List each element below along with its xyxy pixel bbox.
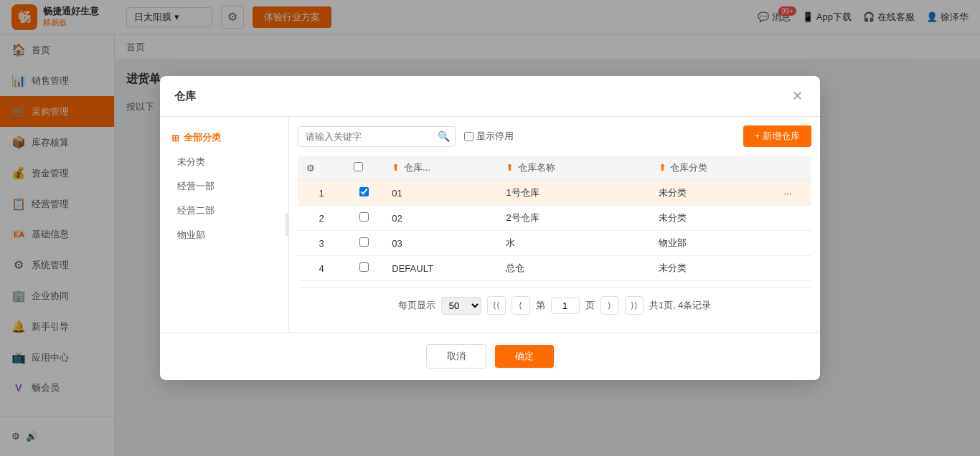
first-page-button[interactable]: ⟨⟨ bbox=[487, 296, 506, 315]
last-page-button[interactable]: ⟩⟩ bbox=[625, 296, 644, 315]
table-row[interactable]: 4 DEFAULT 总仓 未分类 bbox=[298, 256, 811, 281]
next-page-button[interactable]: ⟩ bbox=[600, 296, 619, 315]
dialog-close-button[interactable]: ✕ bbox=[788, 87, 806, 105]
settings-col-icon: ⚙ bbox=[306, 163, 315, 174]
row-code-1: 01 bbox=[383, 181, 497, 206]
category-item-unclassified[interactable]: 未分类 bbox=[160, 150, 288, 174]
per-page-label: 每页显示 bbox=[398, 299, 435, 312]
dialog-body: ⊞ 全部分类 《 未分类 经营一部 经营二部 物业部 bbox=[160, 117, 820, 332]
add-warehouse-button[interactable]: + 新增仓库 bbox=[743, 125, 811, 147]
row-more-4[interactable] bbox=[764, 256, 811, 281]
dialog-title: 仓库 bbox=[174, 90, 196, 103]
grid-icon: ⊞ bbox=[171, 133, 179, 143]
row-cat-2: 未分类 bbox=[650, 206, 764, 231]
sort-icon: ⬆ bbox=[392, 162, 400, 173]
row-check-4[interactable] bbox=[345, 256, 383, 281]
row-check-1[interactable] bbox=[345, 181, 383, 206]
row-check-3[interactable] bbox=[345, 231, 383, 256]
row-no-2: 2 bbox=[298, 206, 345, 231]
col-header-more bbox=[764, 156, 811, 181]
prev-page-button[interactable]: ⟨ bbox=[512, 296, 530, 315]
row-code-3: 03 bbox=[383, 231, 497, 256]
row-name-2: 2号仓库 bbox=[497, 206, 649, 231]
category-item-dept1[interactable]: 经营一部 bbox=[160, 174, 288, 199]
table-body: 1 01 1号仓库 未分类 ··· 2 bbox=[298, 181, 811, 281]
table-header: ⚙ ⬆ 仓库... ⬆ bbox=[298, 156, 811, 181]
pagination: 每页显示 50 20 100 ⟨⟨ ⟨ 第 页 ⟩ ⟩⟩ 共1页, 4条记录 bbox=[298, 287, 811, 323]
search-icon[interactable]: 🔍 bbox=[438, 130, 450, 142]
dialog-footer: 取消 确定 bbox=[160, 332, 820, 380]
row-no-3: 3 bbox=[298, 231, 345, 256]
col-header-settings: ⚙ bbox=[298, 156, 345, 181]
category-all-label: 全部分类 bbox=[184, 131, 221, 144]
warehouse-dialog: 仓库 ✕ ⊞ 全部分类 《 未分类 经营一部 经营二部 bbox=[160, 76, 820, 380]
sort-icon2: ⬆ bbox=[506, 162, 514, 173]
category-item-dept2[interactable]: 经营二部 bbox=[160, 199, 288, 223]
row-more-3[interactable] bbox=[764, 231, 811, 256]
row-more-2[interactable] bbox=[764, 206, 811, 231]
page-label: 第 bbox=[536, 299, 545, 312]
search-input[interactable] bbox=[298, 126, 456, 147]
warehouse-table: ⚙ ⬆ 仓库... ⬆ bbox=[298, 156, 811, 281]
col-header-check bbox=[345, 156, 383, 181]
search-input-wrap: 🔍 bbox=[298, 126, 456, 147]
table-container: ⚙ ⬆ 仓库... ⬆ bbox=[298, 156, 811, 281]
row-more-1[interactable]: ··· bbox=[764, 181, 811, 206]
sort-icon3: ⬆ bbox=[659, 162, 666, 173]
per-page-select[interactable]: 50 20 100 bbox=[441, 297, 481, 315]
dialog-header: 仓库 ✕ bbox=[160, 76, 820, 117]
select-all-checkbox[interactable] bbox=[354, 162, 363, 171]
table-panel: 🔍 显示停用 + 新增仓库 ⚙ bbox=[289, 117, 820, 332]
page-summary: 共1页, 4条记录 bbox=[649, 299, 712, 312]
table-row[interactable]: 3 03 水 物业部 bbox=[298, 231, 811, 256]
row-cat-1: 未分类 bbox=[650, 181, 764, 206]
show-disabled-checkbox[interactable] bbox=[464, 132, 473, 141]
row-cat-3: 物业部 bbox=[650, 231, 764, 256]
page-suffix: 页 bbox=[585, 299, 595, 312]
row-name-3: 水 bbox=[497, 231, 649, 256]
search-bar: 🔍 显示停用 + 新增仓库 bbox=[298, 125, 811, 147]
row-no-4: 4 bbox=[298, 256, 345, 281]
category-header[interactable]: ⊞ 全部分类 bbox=[160, 125, 288, 150]
table-row[interactable]: 2 02 2号仓库 未分类 bbox=[298, 206, 811, 231]
show-disabled-label[interactable]: 显示停用 bbox=[464, 130, 514, 143]
row-name-4: 总仓 bbox=[497, 256, 649, 281]
row-cat-4: 未分类 bbox=[650, 256, 764, 281]
row-code-2: 02 bbox=[383, 206, 497, 231]
col-header-cat: ⬆ 仓库分类 bbox=[650, 156, 764, 181]
col-header-name: ⬆ 仓库名称 bbox=[497, 156, 649, 181]
cancel-button[interactable]: 取消 bbox=[426, 344, 486, 369]
row-no-1: 1 bbox=[298, 181, 345, 206]
category-collapse-button[interactable]: 《 bbox=[286, 213, 289, 236]
table-row[interactable]: 1 01 1号仓库 未分类 ··· bbox=[298, 181, 811, 206]
dialog-overlay: 仓库 ✕ ⊞ 全部分类 《 未分类 经营一部 经营二部 bbox=[0, 0, 980, 456]
confirm-button[interactable]: 确定 bbox=[495, 345, 554, 368]
page-input[interactable] bbox=[551, 298, 580, 314]
row-name-1: 1号仓库 bbox=[497, 181, 649, 206]
col-header-code: ⬆ 仓库... bbox=[383, 156, 497, 181]
row-code-4: DEFAULT bbox=[383, 256, 497, 281]
category-item-property[interactable]: 物业部 bbox=[160, 223, 288, 247]
category-panel: ⊞ 全部分类 《 未分类 经营一部 经营二部 物业部 bbox=[160, 117, 289, 332]
row-check-2[interactable] bbox=[345, 206, 383, 231]
